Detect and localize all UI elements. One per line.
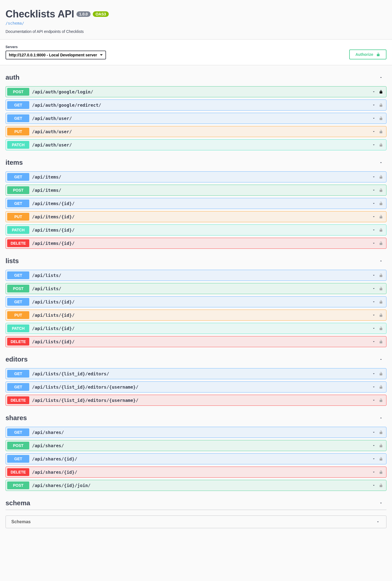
operation-row[interactable]: PUT /api/auth/user/ [6,126,386,137]
operation-controls [371,312,385,318]
unlock-icon[interactable] [379,228,383,232]
server-select[interactable]: http://127.0.0.1:8000 - Local Developmen… [6,51,106,59]
unlock-icon[interactable] [379,385,383,389]
operation-row[interactable]: GET /api/auth/google/redirect/ [6,100,386,111]
tag-header-items[interactable]: items [6,156,386,169]
unlock-icon[interactable] [379,371,383,376]
method-badge-delete: DELETE [7,239,29,247]
operation-controls [371,443,385,448]
unlock-icon[interactable] [379,188,383,192]
operation-row[interactable]: GET /api/items/{id}/ [6,198,386,209]
tag-header-lists[interactable]: lists [6,254,386,268]
tag-header-schema[interactable]: schema [6,496,386,510]
operation-row[interactable]: GET /api/lists/{list_id}/editors/ [6,368,386,379]
chevron-down-icon [371,201,377,206]
oas-badge: OAS3 [93,11,109,17]
chevron-down-icon [378,500,384,506]
method-badge-put: PUT [7,213,29,221]
operation-row[interactable]: POST /api/shares/{id}/join/ [6,480,386,491]
operation-row[interactable]: DELETE /api/lists/{id}/ [6,336,386,347]
operation-row[interactable]: POST /api/items/ [6,185,386,196]
unlock-icon[interactable] [379,103,383,107]
operation-path: /api/auth/google/login/ [29,89,371,95]
operation-path: /api/lists/{id}/ [29,339,371,344]
chevron-down-icon [371,456,377,462]
operation-row[interactable]: GET /api/shares/{id}/ [6,453,386,464]
servers-label: Servers [6,45,106,49]
chevron-down-icon [375,519,381,525]
tag-header-auth[interactable]: auth [6,71,386,84]
operation-controls [371,339,385,344]
schema-link[interactable]: /schema/ [6,21,386,25]
operation-row[interactable]: POST /api/lists/ [6,283,386,294]
operation-controls [371,89,385,95]
unlock-icon[interactable] [379,457,383,461]
operation-row[interactable]: POST /api/shares/ [6,440,386,451]
method-badge-post: POST [7,186,29,194]
operation-path: /api/lists/ [29,273,371,278]
operation-row[interactable]: GET /api/auth/user/ [6,113,386,124]
unlock-icon[interactable] [379,116,383,121]
tag-header-shares[interactable]: shares [6,411,386,425]
operation-row[interactable]: GET /api/shares/ [6,427,386,438]
chevron-up-icon [378,160,384,165]
unlock-icon[interactable] [379,398,383,402]
chevron-up-icon [378,258,384,264]
operation-row[interactable]: DELETE /api/shares/{id}/ [6,467,386,478]
chevron-down-icon [371,371,377,376]
operation-controls [371,240,385,246]
unlock-icon[interactable] [379,430,383,435]
chevron-down-icon [371,89,377,95]
unlock-icon[interactable] [379,483,383,488]
unlock-icon[interactable] [379,339,383,344]
schemas-title: Schemas [11,519,31,524]
unlock-icon[interactable] [379,443,383,448]
unlock-icon[interactable] [379,313,383,317]
operation-controls [371,227,385,233]
operation-row[interactable]: DELETE /api/lists/{list_id}/editors/{use… [6,395,386,406]
unlock-icon[interactable] [379,286,383,291]
operation-row[interactable]: GET /api/lists/{id}/ [6,296,386,307]
schemas-header[interactable]: Schemas [6,516,386,528]
unlock-icon[interactable] [379,175,383,179]
unlock-icon[interactable] [379,326,383,331]
unlock-icon[interactable] [379,241,383,245]
operation-row[interactable]: DELETE /api/items/{id}/ [6,238,386,249]
operation-row[interactable]: PUT /api/lists/{id}/ [6,310,386,321]
unlock-icon[interactable] [379,300,383,304]
tag-header-editors[interactable]: editors [6,353,386,366]
operation-controls [371,397,385,403]
operation-path: /api/lists/{id}/ [29,299,371,305]
operation-path: /api/lists/{list_id}/editors/{username}/ [29,384,371,390]
operation-row[interactable]: GET /api/lists/{list_id}/editors/{userna… [6,381,386,392]
unlock-icon[interactable] [379,273,383,278]
chevron-up-icon [378,415,384,421]
unlock-icon[interactable] [379,470,383,474]
operations-list: GET /api/lists/{list_id}/editors/ GET /a… [6,368,386,406]
operation-path: /api/shares/{id}/ [29,470,371,475]
operation-path: /api/lists/{id}/ [29,326,371,331]
chevron-down-icon [371,240,377,246]
unlock-icon[interactable] [379,143,383,147]
unlock-icon[interactable] [379,201,383,206]
operation-row[interactable]: GET /api/items/ [6,171,386,182]
unlock-icon[interactable] [379,129,383,134]
operation-row[interactable]: PATCH /api/auth/user/ [6,139,386,150]
lock-icon[interactable] [379,90,383,94]
authorize-button[interactable]: Authorize [349,49,386,59]
operation-row[interactable]: PUT /api/items/{id}/ [6,211,386,222]
operation-controls [371,129,385,134]
operation-path: /api/items/{id}/ [29,227,371,233]
unlock-icon[interactable] [379,214,383,219]
tag-name: auth [6,74,20,81]
operation-controls [371,116,385,121]
operation-row[interactable]: PATCH /api/lists/{id}/ [6,323,386,334]
operation-row[interactable]: POST /api/auth/google/login/ [6,86,386,97]
operation-path: /api/lists/ [29,286,371,291]
chevron-down-icon [371,286,377,291]
operation-row[interactable]: GET /api/lists/ [6,270,386,281]
operation-controls [371,273,385,278]
method-badge-get: GET [7,271,29,279]
operations-list: GET /api/shares/ POST /api/shares/ GET /… [6,427,386,491]
operation-row[interactable]: PATCH /api/items/{id}/ [6,224,386,235]
